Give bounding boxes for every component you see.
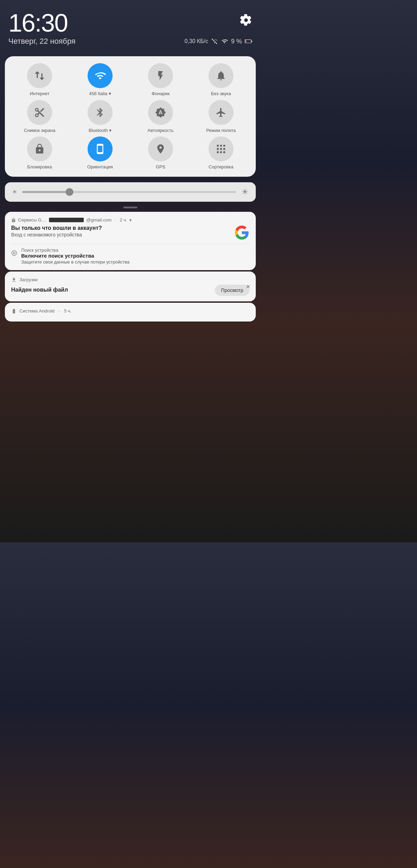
battery-percent: 9 % — [231, 38, 242, 45]
qs-circle-sort[interactable] — [208, 136, 234, 161]
notif-app-android: Система Android — [19, 308, 55, 314]
qs-label-autobrightness: Автояркость — [148, 128, 174, 133]
qs-circle-autobrightness[interactable] — [148, 100, 173, 125]
status-icons: 0,30 КБ/с 9 % — [185, 38, 252, 45]
gps-icon — [155, 143, 166, 155]
clock: 16:30 — [8, 10, 67, 35]
battery-small-icon — [11, 308, 17, 314]
notif-title-downloads: Найден новый файл — [11, 287, 68, 293]
wifi-icon — [221, 38, 228, 44]
qs-item-autobrightness[interactable]: Автояркость — [131, 100, 190, 133]
quick-settings-panel: Интернет 458 Italia ▾ Фонарик — [5, 56, 256, 177]
qs-label-gps: GPS — [156, 164, 165, 170]
notifications-panel: Сервисы G… @gmail.com · 2 ч. ▾ Вы только… — [5, 212, 256, 322]
qs-label-screenshot: Снимок экрана — [24, 128, 56, 133]
notif-section-device-search: ◎ Поиск устройства Включите поиск устрой… — [11, 248, 250, 265]
svg-rect-2 — [251, 41, 252, 42]
date: Четверг, 22 ноября — [8, 37, 75, 46]
google-logo — [234, 225, 250, 240]
qs-label-bluetooth: Bluetooth ▾ — [89, 128, 112, 133]
search-device-icon: ◎ — [11, 248, 17, 257]
qs-label-airplane: Режим полета — [206, 128, 236, 133]
svg-rect-3 — [245, 40, 246, 42]
qs-item-lock[interactable]: Блокировка — [10, 136, 69, 170]
page-dot — [123, 207, 137, 208]
no-signal-icon — [211, 38, 218, 44]
battery-icon — [245, 38, 252, 44]
phone-icon — [95, 143, 106, 155]
notif-sub-google: Вход с незнакомого устройства — [11, 232, 234, 237]
qs-label-silent: Без звука — [211, 91, 231, 97]
notif-time: 2 ч. — [120, 217, 127, 223]
qs-label-internet: Интернет — [30, 91, 50, 97]
notif-header-google: Сервисы G… @gmail.com · 2 ч. ▾ — [11, 217, 250, 223]
download-icon — [11, 277, 17, 283]
notif-header-downloads: Загрузки — [11, 277, 250, 283]
notification-google[interactable]: Сервисы G… @gmail.com · 2 ч. ▾ Вы только… — [5, 212, 256, 270]
qs-item-screenshot[interactable]: Снимок экрана — [10, 100, 69, 133]
notif-section-title: Включите поиск устройства — [21, 253, 130, 259]
settings-button[interactable] — [240, 14, 252, 26]
qs-item-bluetooth[interactable]: Bluetooth ▾ — [71, 100, 129, 133]
lock-icon — [34, 143, 45, 155]
brightness-fill — [22, 191, 70, 193]
lock-small-icon — [11, 218, 16, 223]
qs-circle-internet[interactable] — [27, 63, 52, 88]
notif-title-google: Вы только что вошли в аккаунт? — [11, 225, 234, 231]
notif-row-downloads: Найден новый файл Просмотр — [11, 285, 250, 296]
qs-item-airplane[interactable]: Режим полета — [192, 100, 250, 133]
brightness-min-icon: ☀ — [12, 188, 17, 196]
gear-icon — [240, 14, 252, 26]
qs-item-gps[interactable]: GPS — [131, 136, 190, 170]
view-button[interactable]: Просмотр — [215, 285, 250, 296]
qs-circle-airplane[interactable] — [208, 100, 234, 125]
bell-icon — [215, 70, 227, 81]
chevron-down-icon: ▾ — [129, 217, 132, 223]
qs-item-silent[interactable]: Без звука — [192, 63, 250, 97]
notif-app-name: Сервисы G… — [18, 217, 46, 223]
svg-rect-0 — [214, 42, 215, 43]
qs-label-orientation: Ориентация — [87, 164, 113, 170]
brightness-max-icon: ☀ — [241, 187, 249, 197]
qs-circle-silent[interactable] — [208, 63, 234, 88]
brightness-track[interactable] — [22, 191, 236, 193]
brightness-thumb[interactable] — [66, 188, 73, 196]
arrows-updown-icon — [34, 70, 45, 81]
bluetooth-icon — [95, 107, 106, 118]
qs-circle-wifi[interactable] — [88, 63, 113, 88]
notif-section-label: Поиск устройства — [21, 248, 130, 253]
brightness-auto-icon — [155, 107, 166, 118]
notif-divider — [11, 244, 250, 244]
notif-app-info: Сервисы G… @gmail.com · 2 ч. ▾ — [11, 217, 132, 223]
qs-label-wifi: 458 Italia ▾ — [89, 91, 111, 97]
qs-circle-bluetooth[interactable] — [88, 100, 113, 125]
close-notification-button[interactable]: × — [246, 282, 250, 290]
scissors-icon — [34, 107, 45, 118]
qs-circle-gps[interactable] — [148, 136, 173, 161]
qs-item-sort[interactable]: Сортировка — [192, 136, 250, 170]
wifi-qs-icon — [95, 70, 106, 81]
notif-body-google: Вы только что вошли в аккаунт? Вход с не… — [11, 225, 250, 240]
qs-circle-lock[interactable] — [27, 136, 52, 161]
status-bar: 16:30 Четверг, 22 ноября 0,30 КБ/с 9 % — [0, 0, 261, 49]
airplane-icon — [215, 107, 227, 118]
notif-header-android: Система Android · 5 ч. — [11, 308, 250, 314]
flashlight-icon — [155, 70, 166, 81]
qs-circle-orientation[interactable] — [88, 136, 113, 161]
notif-email-redacted — [49, 218, 84, 222]
notif-app-downloads: Загрузки — [19, 277, 38, 282]
qs-item-flashlight[interactable]: Фонарик — [131, 63, 190, 97]
qs-circle-screenshot[interactable] — [27, 100, 52, 125]
qs-circle-flashlight[interactable] — [148, 63, 173, 88]
notif-section-sub: Защитите свои данные в случае потери уст… — [21, 259, 130, 265]
qs-item-wifi[interactable]: 458 Italia ▾ — [71, 63, 129, 97]
qs-item-orientation[interactable]: Ориентация — [71, 136, 129, 170]
qs-item-internet[interactable]: Интернет — [10, 63, 69, 97]
quick-settings-grid: Интернет 458 Italia ▾ Фонарик — [10, 63, 250, 170]
qs-label-lock: Блокировка — [27, 164, 52, 170]
notification-android[interactable]: Система Android · 5 ч. — [5, 303, 256, 322]
notification-downloads[interactable]: Загрузки Найден новый файл Просмотр × — [5, 272, 256, 301]
notif-email-domain: @gmail.com — [87, 217, 112, 223]
brightness-slider-row[interactable]: ☀ ☀ — [5, 182, 256, 202]
sort-icon — [215, 143, 227, 155]
